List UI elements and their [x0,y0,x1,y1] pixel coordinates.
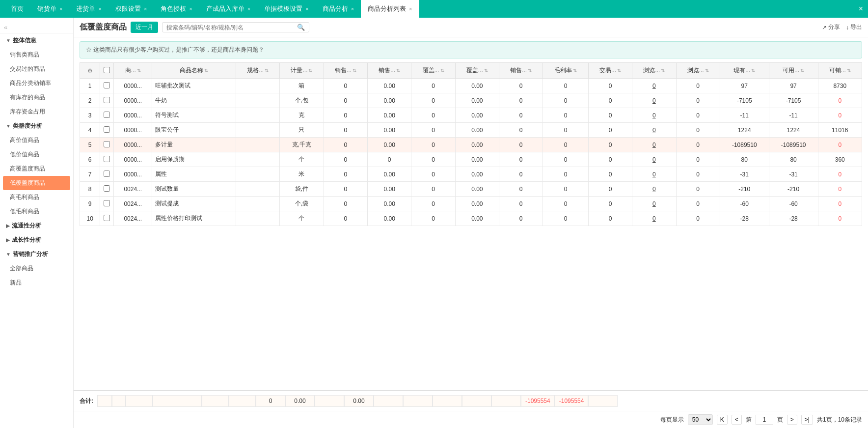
nav-role-auth[interactable]: 角色授权 × [154,0,199,18]
row-browse1-2[interactable]: 0 [632,108,676,123]
row-checkbox-8[interactable] [100,197,114,211]
settings-column-header[interactable]: ⚙ [80,63,100,79]
sidebar-section-marketing[interactable]: ▼ 营销推广分析 [0,247,73,261]
row-name-8[interactable]: 测试提成 [152,197,236,211]
row-name-5[interactable]: 启用保质期 [152,152,236,167]
row-checkbox-6[interactable] [100,167,114,182]
sidebar-item-traded-goods[interactable]: 交易过的商品 [0,62,73,76]
sidebar-item-category-rate[interactable]: 商品分类动销率 [0,76,73,90]
next-page-button[interactable]: > [787,415,797,425]
row-sales2-5: 0 [368,152,411,167]
code-column-header[interactable]: 商...⇅ [114,63,152,79]
export-button[interactable]: ↓ 导出 [846,23,862,31]
first-page-button[interactable]: K [717,415,728,425]
sidebar-item-all-goods[interactable]: 全部商品 [0,261,73,276]
row-browse1-0[interactable]: 0 [632,79,676,93]
row-name-4[interactable]: 多计量 [152,138,236,152]
sidebar-item-low-value[interactable]: 低价值商品 [0,147,73,162]
sales1-column-header[interactable]: 销售...⇅ [324,63,367,79]
nav-close-product[interactable]: × [247,0,250,18]
row-cover2-8: 0.00 [455,197,499,211]
sidebar-item-in-stock[interactable]: 有库存的商品 [0,90,73,105]
row-checkbox-0[interactable] [100,79,114,93]
row-checkbox-9[interactable] [100,211,114,226]
sidebar-item-new-goods[interactable]: 新品 [0,276,73,290]
nav-product-entry[interactable]: 产成品入库单 × [199,0,257,18]
sidebar-section-cluster[interactable]: ▼ 类群度分析 [0,119,73,133]
sidebar-item-high-coverage[interactable]: 高覆盖度商品 [0,162,73,176]
sidebar-section-liquidity[interactable]: ▶ 流通性分析 [0,219,73,233]
row-browse1-3[interactable]: 0 [632,123,676,138]
nav-sales-order[interactable]: 销货单 × [30,0,69,18]
current-column-header[interactable]: 现有...⇅ [720,63,769,79]
browse2-column-header[interactable]: 浏览...⇅ [676,63,720,79]
sidebar-item-high-margin[interactable]: 高毛利商品 [0,190,73,204]
sales3-column-header[interactable]: 销售...⇅ [499,63,543,79]
trade-column-header[interactable]: 交易...⇅ [588,63,632,79]
row-browse1-7[interactable]: 0 [632,182,676,197]
nav-close-sales[interactable]: × [59,0,62,18]
row-unit-1: 个,包 [280,93,324,108]
row-name-2[interactable]: 符号测试 [152,108,236,123]
nav-close-purchase[interactable]: × [98,0,101,18]
row-browse1-5[interactable]: 0 [632,152,676,167]
sidebar-collapse-button[interactable]: « [4,24,7,31]
share-button[interactable]: ↗ 分享 [822,23,840,31]
settings-icon[interactable]: ⚙ [87,67,93,74]
row-checkbox-4[interactable] [100,138,114,152]
row-checkbox-3[interactable] [100,123,114,138]
nav-product-analysis[interactable]: 商品分析 × [316,0,361,18]
sidebar-section-growth[interactable]: ▶ 成长性分析 [0,233,73,247]
nav-close-role[interactable]: × [189,0,192,18]
row-name-6[interactable]: 属性 [152,167,236,182]
nav-close-template[interactable]: × [305,0,308,18]
period-button[interactable]: 近一月 [131,22,158,33]
per-page-select[interactable]: 50 100 [688,414,713,425]
row-available-6: -31 [769,167,818,182]
row-checkbox-1[interactable] [100,93,114,108]
nav-home[interactable]: 首页 [4,0,30,18]
nav-close-analysis[interactable]: × [351,0,354,18]
sidebar-item-high-value[interactable]: 高价值商品 [0,133,73,147]
row-name-3[interactable]: 眼宝公仔 [152,123,236,138]
sidebar-item-sales-goods[interactable]: 销售类商品 [0,48,73,62]
sellable-column-header[interactable]: 可销...⇅ [818,63,862,79]
prev-page-button[interactable]: < [732,415,742,425]
nav-close-analysis-list[interactable]: × [409,0,412,18]
browse1-column-header[interactable]: 浏览...⇅ [632,63,676,79]
row-checkbox-7[interactable] [100,182,114,197]
sidebar-item-stock-capital[interactable]: 库存资金占用 [0,105,73,119]
cover2-column-header[interactable]: 覆盖...⇅ [455,63,499,79]
row-browse1-4[interactable]: 0 [632,138,676,152]
page-number-input[interactable] [756,415,773,425]
sidebar-item-low-margin[interactable]: 低毛利商品 [0,204,73,219]
row-browse1-8[interactable]: 0 [632,197,676,211]
sidebar-section-overall[interactable]: ▼ 整体信息 [0,33,73,48]
name-column-header[interactable]: 商品名称⇅ [152,63,236,79]
search-input[interactable] [166,24,297,31]
row-checkbox-5[interactable] [100,152,114,167]
row-name-0[interactable]: 旺辅批次测试 [152,79,236,93]
row-checkbox-2[interactable] [100,108,114,123]
nav-product-analysis-list[interactable]: 商品分析列表 × [361,0,419,18]
nav-permissions[interactable]: 权限设置 × [108,0,154,18]
row-name-9[interactable]: 属性价格打印测试 [152,211,236,226]
row-name-1[interactable]: 牛奶 [152,93,236,108]
nav-purchase-order[interactable]: 进货单 × [69,0,108,18]
sales2-column-header[interactable]: 销售...⇅ [368,63,411,79]
last-page-button[interactable]: >| [801,415,813,425]
select-all-checkbox[interactable] [104,67,110,73]
unit-column-header[interactable]: 计量...⇅ [280,63,324,79]
global-close-button[interactable]: × [859,5,863,13]
nav-close-permissions[interactable]: × [144,0,147,18]
available-column-header[interactable]: 可用...⇅ [769,63,818,79]
spec-column-header[interactable]: 规格...⇅ [236,63,279,79]
row-browse1-6[interactable]: 0 [632,167,676,182]
sidebar-item-low-coverage[interactable]: 低覆盖度商品 [3,176,70,190]
gross-rate-column-header[interactable]: 毛利率⇅ [543,63,588,79]
nav-template-settings[interactable]: 单据模板设置 × [257,0,315,18]
cover1-column-header[interactable]: 覆盖...⇅ [411,63,455,79]
row-browse1-1[interactable]: 0 [632,93,676,108]
row-browse1-9[interactable]: 0 [632,211,676,226]
row-name-7[interactable]: 测试数量 [152,182,236,197]
